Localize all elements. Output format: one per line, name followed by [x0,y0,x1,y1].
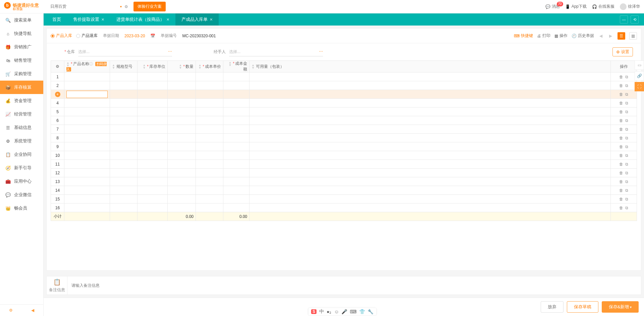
table-row[interactable]: 15🗑⧉ [51,195,637,204]
cell-unit[interactable] [138,186,168,195]
cell-spec[interactable] [110,160,138,169]
copy-row-icon[interactable]: ⧉ [625,197,628,201]
cell-price[interactable] [196,160,223,169]
ime-punct-icon[interactable]: ●₂ [327,309,331,314]
delete-row-icon[interactable]: 🗑 [619,188,623,193]
cell-spec[interactable] [110,142,138,151]
cell-available[interactable] [250,151,611,160]
radio-product-out[interactable]: 产品退库 [76,33,98,39]
tab-0[interactable]: 首页 [46,13,67,26]
cell-qty[interactable] [168,81,196,90]
cell-price[interactable] [196,99,223,107]
cell-amount[interactable] [223,134,250,142]
cell-amount[interactable] [223,116,250,125]
cell-product-name[interactable] [64,160,110,169]
cell-available[interactable] [250,116,611,125]
ime-emoji-icon[interactable]: ☺ [334,309,339,314]
cell-qty[interactable] [168,107,196,116]
sidebar-item-6[interactable]: 💰资金管理 [0,94,43,107]
table-row[interactable]: 10🗑⧉ [51,151,637,160]
table-row[interactable]: 13🗑⧉ [51,177,637,186]
col-qty[interactable]: ▲▼*数量 [168,61,196,73]
view-list-button[interactable]: ☰ [618,32,625,40]
cell-unit[interactable] [138,151,168,160]
ime-keyboard-icon[interactable]: ⌨ [350,309,357,314]
cell-product-name[interactable] [64,177,110,186]
cell-available[interactable] [250,186,611,195]
delete-row-icon[interactable]: 🗑 [619,179,623,184]
copy-row-icon[interactable]: ⧉ [625,75,628,79]
radio-product-in[interactable]: 产品入库 [51,33,72,39]
cell-amount[interactable] [223,90,250,99]
cell-unit[interactable] [138,81,168,90]
sidebar-item-14[interactable]: 👑畅会员 [0,201,43,215]
delete-row-icon[interactable]: 🗑 [619,136,623,140]
cell-unit[interactable] [138,160,168,169]
cell-amount[interactable] [223,186,250,195]
cell-unit[interactable] [138,116,168,125]
copy-row-icon[interactable]: ⧉ [625,109,628,114]
right-tool-3[interactable]: ⛶ [635,82,644,91]
cell-spec[interactable] [110,81,138,90]
cell-available[interactable] [250,195,611,204]
copy-row-icon[interactable]: ⧉ [625,153,628,158]
cell-spec[interactable] [110,204,138,212]
right-tool-2[interactable]: 🔗 [635,71,644,81]
close-icon[interactable]: ✕ [101,17,104,22]
cell-spec[interactable] [110,134,138,142]
table-row[interactable]: 6🗑⧉ [51,116,637,125]
table-row[interactable]: 16🗑⧉ [51,204,637,212]
close-icon[interactable]: ✕ [210,17,213,22]
col-unit[interactable]: ▲▼*库存单位 [138,61,168,73]
table-row[interactable]: 8🗑⧉ [51,134,637,142]
cell-unit[interactable] [138,99,168,107]
delete-row-icon[interactable]: 🗑 [619,92,623,97]
copy-row-icon[interactable]: ⧉ [625,188,628,193]
prev-doc-button[interactable]: ◀ [598,34,604,38]
gear-icon[interactable]: ⚙ [124,4,128,9]
cell-qty[interactable] [168,125,196,134]
cell-unit[interactable] [138,134,168,142]
sidebar-collapse-icon[interactable]: ◀ [31,308,34,313]
cell-price[interactable] [196,125,223,134]
cell-unit[interactable] [138,90,168,99]
delete-row-icon[interactable]: 🗑 [619,109,623,114]
ime-mic-icon[interactable]: 🎤 [341,309,347,314]
copy-row-icon[interactable]: ⧉ [625,179,628,184]
tab-3[interactable]: 产成品入库单✕ [175,13,219,26]
cell-unit[interactable] [138,195,168,204]
copy-row-icon[interactable]: ⧉ [625,144,628,149]
cell-qty[interactable] [168,151,196,160]
table-row[interactable]: 9🗑⧉ [51,142,637,151]
delete-row-icon[interactable]: 🗑 [619,127,623,132]
cell-product-name[interactable] [64,169,110,177]
tab-2[interactable]: 进货单统计表（按商品）✕ [110,13,175,26]
app-download-button[interactable]: 📱 App下载 [565,4,587,9]
cell-price[interactable] [196,73,223,81]
cell-unit[interactable] [138,73,168,81]
delete-row-icon[interactable]: 🗑 [619,206,623,210]
sidebar-item-10[interactable]: 📋企业协同 [0,148,43,161]
sidebar-settings-icon[interactable]: ⚙ [9,308,13,313]
sidebar-item-11[interactable]: 🧭新手引导 [0,161,43,175]
cell-qty[interactable] [168,169,196,177]
doc-date-value[interactable]: 2023-03-20 [124,34,145,38]
cell-spec[interactable] [110,116,138,125]
col-settings[interactable]: ⚙ [51,61,64,73]
ime-skin-icon[interactable]: 👕 [359,309,365,314]
cell-price[interactable] [196,195,223,204]
add-row-button[interactable]: + [55,92,60,97]
tab-minimize-button[interactable]: — [620,15,628,24]
sidebar-item-9[interactable]: ⚙系统管理 [0,134,43,148]
copy-row-icon[interactable]: ⧉ [625,101,628,105]
cell-available[interactable] [250,204,611,212]
cell-spec[interactable] [110,73,138,81]
copy-row-icon[interactable]: ⧉ [625,206,628,210]
cell-qty[interactable] [168,134,196,142]
cell-amount[interactable] [223,142,250,151]
cell-amount[interactable] [223,160,250,169]
warehouse-input[interactable]: 选择... [78,48,172,56]
operation-button[interactable]: ▦操作 [554,33,568,39]
history-button[interactable]: 🕘历史单据 [572,33,594,39]
cell-amount[interactable] [223,99,250,107]
